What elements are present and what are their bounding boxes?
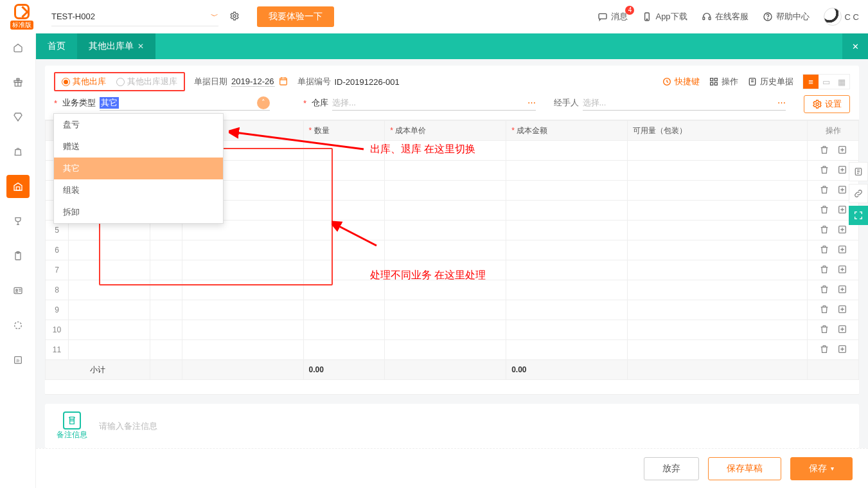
svg-point-3: [647, 19, 648, 19]
add-icon[interactable]: [835, 145, 849, 157]
user-name: C C: [845, 12, 859, 22]
add-icon[interactable]: [835, 344, 849, 356]
add-icon[interactable]: [835, 264, 849, 276]
tab-home[interactable]: 首页: [36, 33, 77, 59]
business-type-dropdown: 盘亏 赠送 其它 组装 拆卸: [53, 113, 224, 224]
sidebar-sync-icon[interactable]: [6, 314, 30, 337]
app-download-button[interactable]: App下载: [642, 11, 687, 23]
shortcut-button[interactable]: 快捷键: [662, 76, 700, 87]
delete-icon[interactable]: [817, 165, 831, 177]
radio-other-out[interactable]: 其他出库: [62, 76, 106, 87]
th-cost-price[interactable]: 成本单价: [385, 121, 506, 141]
chevron-down-icon: ▾: [831, 465, 834, 472]
radio-other-return[interactable]: 其他出库退库: [116, 76, 177, 87]
table-row[interactable]: 11: [46, 340, 859, 360]
delete-icon[interactable]: [817, 224, 831, 237]
add-icon[interactable]: [835, 244, 849, 257]
trial-button[interactable]: 我要体验一下: [257, 6, 334, 27]
svg-point-14: [15, 289, 17, 291]
more-icon[interactable]: ⋯: [777, 98, 786, 107]
add-icon[interactable]: [835, 204, 849, 217]
card-view-icon[interactable]: ▭: [819, 75, 834, 89]
sidebar-diamond-icon[interactable]: [6, 105, 30, 129]
dd-opt-pankui[interactable]: 盘亏: [54, 114, 223, 136]
add-icon[interactable]: [835, 284, 849, 296]
sidebar-bag-icon[interactable]: [6, 140, 30, 163]
bill-date-field[interactable]: 单据日期 2019-12-26: [194, 76, 288, 88]
delete-icon[interactable]: [817, 344, 831, 356]
settings-button[interactable]: 设置: [804, 95, 850, 113]
expand-icon[interactable]: [849, 206, 868, 225]
dd-opt-zengsong[interactable]: 赠送: [54, 136, 223, 158]
table-row[interactable]: 8: [46, 280, 859, 300]
delete-icon[interactable]: [817, 185, 831, 197]
radio-on-icon: [62, 78, 70, 86]
customer-service-button[interactable]: 在线客服: [702, 11, 748, 23]
sidebar-warehouse-icon[interactable]: [6, 175, 30, 198]
discard-button[interactable]: 放弃: [644, 457, 699, 480]
delete-icon[interactable]: [817, 284, 831, 296]
add-icon[interactable]: [835, 324, 849, 336]
th-qty[interactable]: 数量: [303, 121, 385, 141]
dd-opt-qita[interactable]: 其它: [54, 158, 223, 179]
sidebar-money-icon[interactable]: [6, 210, 30, 233]
action-button[interactable]: 操作: [709, 76, 738, 87]
delete-icon[interactable]: [817, 304, 831, 316]
help-button[interactable]: 帮助中心: [763, 11, 810, 23]
add-icon[interactable]: [835, 304, 849, 316]
link-icon[interactable]: [849, 184, 868, 203]
th-operation[interactable]: 操作: [808, 121, 859, 141]
business-type-value: 其它: [100, 97, 119, 109]
table-row[interactable]: 7: [46, 260, 859, 280]
note-icon[interactable]: [849, 162, 868, 181]
bill-no-field: 单据编号 ID-20191226-001: [297, 76, 400, 87]
svg-point-15: [14, 322, 21, 329]
handler-field[interactable]: 经手人 选择... ⋯: [554, 95, 786, 111]
business-type-field[interactable]: * 业务类型 其它 ˄ 盘亏 赠送 其它 组装 拆卸: [54, 95, 285, 111]
list-view-icon[interactable]: ≡: [803, 75, 819, 89]
remark-input[interactable]: [99, 421, 847, 431]
delete-icon[interactable]: [817, 204, 831, 217]
th-cost-amount[interactable]: 成本金额: [506, 121, 628, 141]
delete-icon[interactable]: [817, 324, 831, 336]
chevron-up-icon[interactable]: ˄: [257, 96, 270, 109]
sidebar-clipboard-icon[interactable]: [6, 244, 30, 267]
tab-other-outbound[interactable]: 其他出库单 ✕: [77, 33, 155, 59]
add-icon[interactable]: [835, 165, 849, 177]
add-icon[interactable]: [835, 224, 849, 237]
warehouse-field[interactable]: * 仓库 选择... ⋯: [303, 95, 536, 111]
gear-icon[interactable]: [227, 11, 242, 23]
messages-button[interactable]: 消息 4: [598, 11, 628, 23]
sidebar-home-icon[interactable]: [6, 36, 30, 59]
messages-badge: 4: [625, 6, 634, 15]
chevron-down-icon: ﹀: [211, 11, 218, 22]
remark-icon: 备注信息: [57, 411, 87, 440]
th-available[interactable]: 可用量（包装）: [628, 121, 808, 141]
more-icon[interactable]: ⋯: [527, 98, 536, 107]
table-row[interactable]: 10: [46, 320, 859, 340]
history-button[interactable]: 历史单据: [747, 76, 793, 87]
sidebar-gift-icon[interactable]: [6, 71, 30, 94]
tabs-close-icon[interactable]: ✕: [842, 33, 868, 59]
delete-icon[interactable]: [817, 145, 831, 157]
table-row[interactable]: 9: [46, 300, 859, 320]
close-icon[interactable]: ✕: [137, 42, 144, 51]
dd-opt-chaixie[interactable]: 拆卸: [54, 201, 223, 223]
sidebar-id-icon[interactable]: [6, 279, 30, 302]
table-row[interactable]: 6: [46, 240, 859, 260]
dd-opt-zuzhuang[interactable]: 组装: [54, 179, 223, 201]
save-button[interactable]: 保存 ▾: [790, 457, 853, 480]
sidebar-new-icon[interactable]: 新: [6, 348, 30, 372]
save-draft-button[interactable]: 保存草稿: [708, 457, 781, 480]
add-icon[interactable]: [835, 185, 849, 197]
view-mode-toggle[interactable]: ≡ ▭ ▦: [802, 74, 850, 89]
grid-view-icon[interactable]: ▦: [834, 75, 849, 89]
store-name: TEST-H002: [51, 12, 95, 21]
app-logo: 标准版: [9, 4, 35, 30]
user-menu[interactable]: C C: [824, 8, 859, 26]
subtotal-row: 小计 0.00 0.00: [46, 360, 859, 380]
delete-icon[interactable]: [817, 264, 831, 276]
delete-icon[interactable]: [817, 244, 831, 257]
top-bar: 标准版 TEST-H002 ﹀ 我要体验一下 消息 4 App下载 在线客服 帮…: [0, 0, 868, 33]
store-selector[interactable]: TEST-H002 ﹀: [51, 7, 218, 26]
